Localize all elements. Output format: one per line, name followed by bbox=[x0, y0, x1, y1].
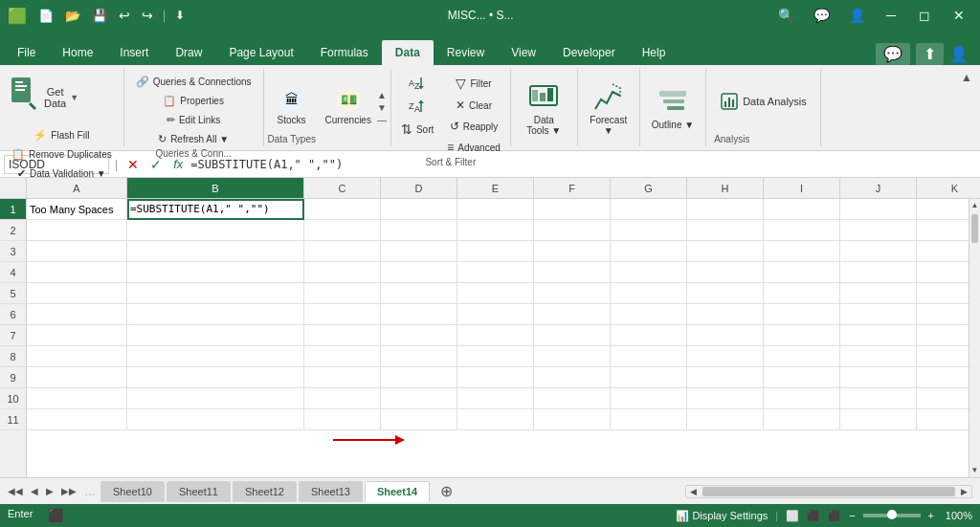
view-normal-icon[interactable]: ⬜ bbox=[786, 510, 799, 522]
qat-save-icon[interactable]: 💾 bbox=[88, 7, 111, 25]
sort-za-button[interactable]: Z A bbox=[395, 96, 439, 117]
refresh-all-button[interactable]: ↻ Refresh All ▼ bbox=[130, 130, 257, 148]
col-header-h[interactable]: H bbox=[687, 178, 764, 198]
get-data-dropdown-icon[interactable]: ▼ bbox=[70, 93, 78, 102]
outline-button[interactable]: Outline ▼ bbox=[646, 83, 700, 134]
col-header-b[interactable]: B bbox=[127, 178, 304, 198]
collapse-ribbon-button[interactable]: ▲ bbox=[957, 69, 976, 86]
edit-links-button[interactable]: ✏ Edit Links bbox=[130, 111, 257, 129]
scroll-up-button[interactable]: ▲ bbox=[969, 199, 980, 212]
profile-icon[interactable]: 👤 bbox=[843, 6, 871, 25]
qat-extra-icon[interactable]: ⬇ bbox=[171, 7, 189, 24]
advanced-button[interactable]: ≡ Advanced bbox=[441, 138, 506, 157]
sheet-nav-prev[interactable]: ◀ bbox=[27, 484, 42, 498]
data-analysis-button[interactable]: Data Analysis bbox=[714, 88, 813, 115]
sheet-nav-last[interactable]: ▶▶ bbox=[57, 484, 80, 498]
tab-home[interactable]: Home bbox=[49, 40, 106, 65]
restore-button[interactable]: ◻ bbox=[911, 4, 938, 27]
share-icon[interactable]: 💬 bbox=[808, 6, 835, 25]
data-tools-button[interactable]: Data Tools ▼ bbox=[521, 78, 567, 140]
tab-developer[interactable]: Developer bbox=[549, 40, 629, 65]
sort-az-button[interactable]: A Z bbox=[395, 73, 439, 94]
data-types-scroll-down[interactable]: ▼ bbox=[377, 102, 387, 113]
cell-a1[interactable]: Too Many Spaces bbox=[27, 199, 127, 220]
row-num-10[interactable]: 10 bbox=[0, 388, 26, 409]
add-sheet-button[interactable]: ⊕ bbox=[434, 480, 458, 502]
data-types-scroll-more[interactable]: — bbox=[377, 115, 387, 125]
cell-e1[interactable] bbox=[457, 199, 534, 220]
col-header-j[interactable]: J bbox=[840, 178, 917, 198]
cell-i1[interactable] bbox=[764, 199, 840, 220]
cancel-formula-button[interactable]: ✕ bbox=[123, 157, 143, 172]
row-num-1[interactable]: 1 bbox=[0, 199, 26, 220]
cell-h1[interactable] bbox=[687, 199, 764, 220]
tab-view[interactable]: View bbox=[498, 40, 549, 65]
forecast-button[interactable]: Forecast ▼ bbox=[584, 78, 633, 140]
cell-g1[interactable] bbox=[611, 199, 687, 220]
h-scroll-right[interactable]: ▶ bbox=[957, 487, 971, 496]
minimize-button[interactable]: ─ bbox=[879, 4, 903, 27]
scroll-down-button[interactable]: ▼ bbox=[969, 464, 980, 477]
row-num-7[interactable]: 7 bbox=[0, 325, 26, 346]
tab-page-layout[interactable]: Page Layout bbox=[215, 40, 306, 65]
scroll-thumb[interactable] bbox=[971, 214, 978, 243]
ribbon-profile-icon[interactable]: 👤 bbox=[949, 45, 969, 63]
row-num-6[interactable]: 6 bbox=[0, 304, 26, 325]
get-data-button[interactable]: Get Data ▼ bbox=[6, 73, 82, 122]
cell-b1[interactable]: =SUBSTITUTE(A1," ","") bbox=[127, 199, 304, 220]
row-num-2[interactable]: 2 bbox=[0, 220, 26, 241]
zoom-in-button[interactable]: + bbox=[928, 510, 934, 521]
zoom-out-button[interactable]: − bbox=[849, 510, 855, 521]
qat-open-icon[interactable]: 📂 bbox=[61, 7, 84, 25]
row-num-8[interactable]: 8 bbox=[0, 346, 26, 367]
flash-fill-button[interactable]: ⚡ Flash Fill bbox=[6, 126, 118, 144]
tab-review[interactable]: Review bbox=[434, 40, 498, 65]
h-scroll-thumb[interactable] bbox=[702, 487, 955, 496]
properties-button[interactable]: 📋 Properties bbox=[130, 92, 257, 110]
status-macro-icon[interactable]: ⬛ bbox=[48, 508, 64, 523]
row-num-4[interactable]: 4 bbox=[0, 262, 26, 283]
sort-button[interactable]: ⇅ Sort bbox=[395, 119, 439, 140]
row-num-11[interactable]: 11 bbox=[0, 409, 26, 430]
row-num-5[interactable]: 5 bbox=[0, 283, 26, 304]
vertical-scrollbar[interactable]: ▲ ▼ bbox=[969, 199, 980, 477]
cell-b2[interactable] bbox=[127, 220, 304, 241]
cell-d1[interactable] bbox=[381, 199, 457, 220]
zoom-slider[interactable] bbox=[863, 514, 921, 517]
currencies-button[interactable]: 💵 Currencies bbox=[320, 82, 377, 129]
tab-draw[interactable]: Draw bbox=[162, 40, 215, 65]
filter-button[interactable]: ▽ Filter bbox=[441, 73, 506, 94]
col-header-c[interactable]: C bbox=[304, 178, 381, 198]
h-scroll-left[interactable]: ◀ bbox=[686, 487, 701, 496]
tab-data[interactable]: Data bbox=[382, 40, 434, 65]
col-header-k[interactable]: K bbox=[917, 178, 980, 198]
formula-input[interactable] bbox=[190, 158, 976, 171]
tab-help[interactable]: Help bbox=[629, 40, 679, 65]
cell-k1[interactable] bbox=[917, 199, 969, 220]
queries-connections-button[interactable]: 🔗 Queries & Connections bbox=[130, 73, 257, 91]
sheet-tab-sheet13[interactable]: Sheet13 bbox=[299, 481, 363, 502]
qat-redo-icon[interactable]: ↪ bbox=[138, 6, 157, 25]
display-settings-label[interactable]: 📊 Display Settings bbox=[676, 510, 768, 522]
sheet-tab-sheet12[interactable]: Sheet12 bbox=[233, 481, 297, 502]
sheet-tab-sheet14[interactable]: Sheet14 bbox=[365, 481, 430, 502]
col-header-e[interactable]: E bbox=[457, 178, 534, 198]
col-header-g[interactable]: G bbox=[611, 178, 687, 198]
view-page-layout-icon[interactable]: ⬛ bbox=[807, 510, 820, 522]
close-button[interactable]: ✕ bbox=[946, 4, 972, 27]
sheet-tab-sheet10[interactable]: Sheet10 bbox=[100, 481, 165, 502]
col-header-i[interactable]: I bbox=[764, 178, 840, 198]
col-header-d[interactable]: D bbox=[381, 178, 457, 198]
tab-insert[interactable]: Insert bbox=[106, 40, 162, 65]
ribbon-comment-icon[interactable]: 💬 bbox=[876, 43, 910, 65]
tab-formulas[interactable]: Formulas bbox=[307, 40, 382, 65]
cell-f1[interactable] bbox=[534, 199, 611, 220]
sheet-nav-first[interactable]: ◀◀ bbox=[4, 484, 27, 498]
remove-duplicates-button[interactable]: 📋 Remove Duplicates bbox=[6, 145, 118, 164]
row-num-9[interactable]: 9 bbox=[0, 367, 26, 388]
search-icon[interactable]: 🔍 bbox=[772, 6, 800, 25]
stocks-button[interactable]: 🏛 Stocks bbox=[268, 82, 316, 129]
sheet-tab-sheet11[interactable]: Sheet11 bbox=[167, 481, 231, 502]
sheet-nav-next[interactable]: ▶ bbox=[42, 484, 57, 498]
reapply-button[interactable]: ↺ Reapply bbox=[441, 117, 506, 136]
